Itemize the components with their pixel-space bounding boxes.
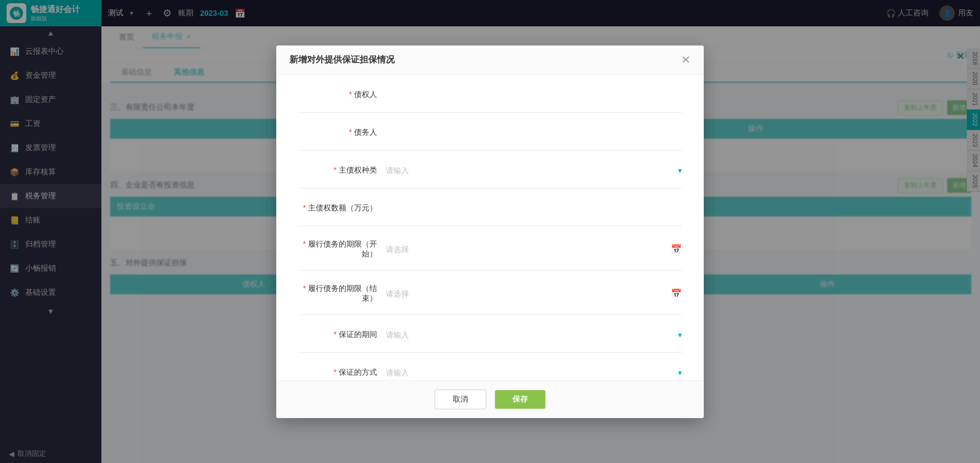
debtor-label: * 债务人 — [298, 128, 386, 138]
form-row-debtor: * 债务人 — [298, 126, 682, 151]
form-row-period-end: * 履行债务的期限（结束） 📅 — [298, 284, 682, 315]
modal-footer: 取消 保存 — [276, 380, 704, 418]
claim-type-label: * 主债权种类 — [298, 165, 386, 175]
required-mark: * — [303, 239, 306, 248]
modal-title: 新增对外提供保证担保情况 — [289, 54, 395, 66]
modal-dialog: 新增对外提供保证担保情况 ✕ * 债权人 * 债务人 — [276, 45, 704, 418]
modal-close-button[interactable]: ✕ — [681, 54, 691, 65]
modal-body: * 债权人 * 债务人 * 主债权种类 — [276, 75, 704, 380]
save-button[interactable]: 保存 — [495, 390, 545, 409]
required-mark: * — [349, 128, 352, 136]
required-mark: * — [334, 165, 337, 174]
guarantee-period-label: * 保证的期间 — [298, 330, 386, 340]
required-mark: * — [303, 284, 306, 293]
period-start-calendar-icon[interactable]: 📅 — [671, 244, 682, 254]
period-start-input[interactable] — [386, 243, 682, 256]
claim-type-wrapper: ▾ — [386, 164, 682, 177]
form-row-guarantee-period: * 保证的期间 ▾ — [298, 328, 682, 353]
claim-amount-label: * 主债权数额（万元） — [298, 203, 386, 213]
required-mark: * — [303, 203, 306, 212]
form-row-guarantee-method: * 保证的方式 ▾ — [298, 366, 682, 380]
required-mark: * — [334, 330, 337, 339]
period-end-input[interactable] — [386, 287, 682, 300]
creditor-input[interactable] — [386, 88, 682, 101]
period-start-wrapper: 📅 — [386, 243, 682, 256]
required-mark: * — [334, 368, 337, 376]
guarantee-method-wrapper: ▾ — [386, 366, 682, 379]
guarantee-method-input[interactable] — [386, 366, 682, 379]
form-row-claim-amount: * 主债权数额（万元） — [298, 202, 682, 226]
required-mark: * — [349, 90, 352, 99]
period-end-label: * 履行债务的期限（结束） — [298, 284, 386, 304]
modal-header: 新增对外提供保证担保情况 ✕ — [276, 45, 704, 75]
guarantee-period-chevron-icon[interactable]: ▾ — [678, 330, 682, 339]
guarantee-period-input[interactable] — [386, 328, 682, 341]
form-row-creditor: * 债权人 — [298, 88, 682, 113]
guarantee-method-label: * 保证的方式 — [298, 368, 386, 378]
claim-type-chevron-icon[interactable]: ▾ — [678, 166, 682, 175]
period-start-label: * 履行债务的期限（开始） — [298, 239, 386, 259]
form-row-claim-type: * 主债权种类 ▾ — [298, 164, 682, 188]
debtor-input[interactable] — [386, 126, 682, 139]
period-end-wrapper: 📅 — [386, 287, 682, 300]
cancel-button[interactable]: 取消 — [435, 390, 486, 409]
period-end-calendar-icon[interactable]: 📅 — [671, 288, 682, 299]
claim-amount-input[interactable] — [386, 202, 682, 215]
creditor-label: * 债权人 — [298, 90, 386, 100]
claim-type-input[interactable] — [386, 164, 682, 177]
form-row-period-start: * 履行债务的期限（开始） 📅 — [298, 239, 682, 271]
guarantee-period-wrapper: ▾ — [386, 328, 682, 341]
modal-overlay: 新增对外提供保证担保情况 ✕ * 债权人 * 债务人 — [0, 0, 980, 463]
guarantee-method-chevron-icon[interactable]: ▾ — [678, 368, 682, 377]
